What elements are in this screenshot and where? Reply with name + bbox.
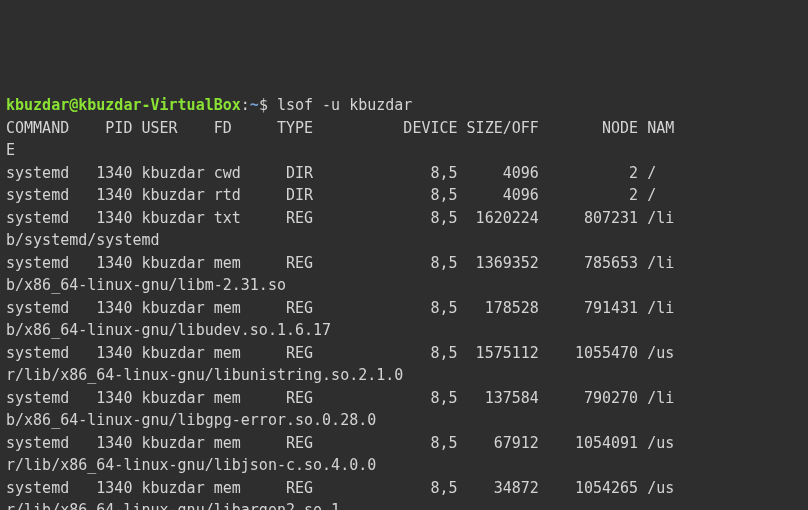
table-row-wrap: r/lib/x86_64-linux-gnu/libjson-c.so.4.0.…	[6, 456, 376, 474]
table-row: systemd 1340 kbuzdar mem REG 8,5 34872 1…	[6, 479, 674, 497]
prompt-userhost: kbuzdar@kbuzdar-VirtualBox	[6, 96, 241, 114]
table-row: systemd 1340 kbuzdar mem REG 8,5 1369352…	[6, 254, 674, 272]
table-row-wrap: r/lib/x86_64-linux-gnu/libunistring.so.2…	[6, 366, 403, 384]
table-row: systemd 1340 kbuzdar mem REG 8,5 67912 1…	[6, 434, 674, 452]
table-row: systemd 1340 kbuzdar cwd DIR 8,5 4096 2 …	[6, 164, 656, 182]
prompt-path: ~	[250, 96, 259, 114]
lsof-header-wrap: E	[6, 141, 15, 159]
table-row-wrap: b/x86_64-linux-gnu/libgpg-error.so.0.28.…	[6, 411, 376, 429]
lsof-header: COMMAND PID USER FD TYPE DEVICE SIZE/OFF…	[6, 119, 674, 137]
table-row: systemd 1340 kbuzdar mem REG 8,5 137584 …	[6, 389, 674, 407]
table-row-wrap: r/lib/x86_64-linux-gnu/libargon2.so.1	[6, 501, 340, 510]
terminal-output: kbuzdar@kbuzdar-VirtualBox:~$ lsof -u kb…	[6, 94, 802, 510]
table-row-wrap: b/x86_64-linux-gnu/libm-2.31.so	[6, 276, 286, 294]
prompt-dollar: $	[259, 96, 277, 114]
table-row: systemd 1340 kbuzdar txt REG 8,5 1620224…	[6, 209, 674, 227]
table-row: systemd 1340 kbuzdar rtd DIR 8,5 4096 2 …	[6, 186, 656, 204]
prompt-colon: :	[241, 96, 250, 114]
table-row-wrap: b/x86_64-linux-gnu/libudev.so.1.6.17	[6, 321, 331, 339]
table-row: systemd 1340 kbuzdar mem REG 8,5 1575112…	[6, 344, 674, 362]
table-row: systemd 1340 kbuzdar mem REG 8,5 178528 …	[6, 299, 674, 317]
command-text[interactable]: lsof -u kbuzdar	[277, 96, 412, 114]
table-row-wrap: b/systemd/systemd	[6, 231, 160, 249]
